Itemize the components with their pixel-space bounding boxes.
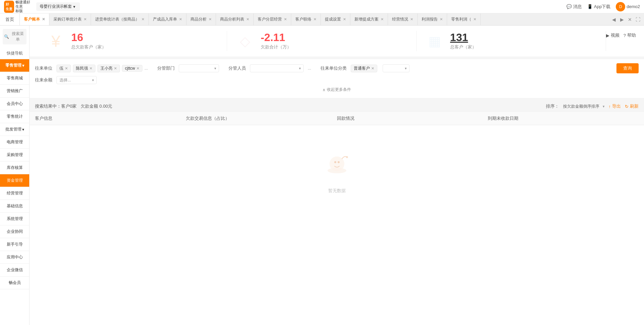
sidebar: 🔍 搜索菜单 快捷导航 零售管理 ▾ 零售商城 营销推广 会员中心 零售统计 批… [0,26,30,325]
close-tab-profit-report[interactable]: ✕ [440,17,443,22]
collapse-button[interactable]: ∧ 收起更多条件 [35,85,639,94]
filter-dept-select[interactable] [179,64,219,72]
search-icon: 🔍 [4,34,9,39]
empty-state: 暂无数据 [30,125,644,221]
col-debt-info: 欠款交易信息（占比） [186,115,337,121]
filter-person-select-wrap [250,64,304,72]
remove-tag-cjttcw[interactable]: ✕ [136,66,139,71]
close-tab-product[interactable]: ✕ [179,17,182,22]
result-text: 搜索结果中：客户0家 [35,103,77,109]
tab-customer-contact[interactable]: 客户联络 ✕ [291,13,321,25]
stats-row: ¥ 16 总欠款客户（家） ◇ -2.11 欠款合计（万） ▦ 131 总客户（… [30,26,644,57]
refresh-button[interactable]: ↻ 刷新 [625,103,639,109]
messages-button[interactable]: 💬 消息 [566,4,582,10]
stat-card-customers: ¥ 16 总欠款客户（家） [38,31,227,51]
remove-tag-normal[interactable]: ✕ [371,66,374,71]
filter-dept-select-wrap [179,64,219,72]
col-customer-info: 客户信息 [35,115,186,121]
col-due-date: 到期未收款日期 [488,115,639,121]
filter-more-btn[interactable]: ... [144,66,148,71]
filter-person-more[interactable]: ... [308,66,311,71]
filter-type-select[interactable] [383,64,410,72]
sidebar-item-wholesale-mgmt[interactable]: 批发管理 ▾ [0,123,29,136]
sidebar-item-basic-info[interactable]: 基础信息 [0,200,29,213]
filter-person-select[interactable] [250,64,304,72]
sidebar-item-retail-mgmt[interactable]: 零售管理 ▾ [0,59,29,72]
filter-label-person: 分管人员 [228,65,246,71]
close-tab-customer-contact[interactable]: ✕ [313,17,316,22]
user-menu[interactable]: D demo2 [616,2,640,11]
bell-icon: 💬 [566,4,572,9]
tab-customer-accounts[interactable]: 客户账本 ✕ [20,13,49,25]
workspace-selector[interactable]: 母婴行业演示帐套 ▾ [36,2,80,11]
stat-label-total: 总客户（家） [450,44,476,50]
result-bar: 搜索结果中：客户0家 欠款金额 0.00元 排序： 按欠款金额倒序排序 ↑ 导出… [30,101,644,112]
help-link[interactable]: ? 帮助 [624,32,636,38]
close-tab-purchase[interactable]: ✕ [84,17,87,22]
play-icon: ▶ [606,33,609,38]
close-tab-operations[interactable]: ✕ [410,17,413,22]
tab-close-all-button[interactable]: ✕ [627,16,633,23]
tab-bar: 首页 客户账本 ✕ 采购订单统计表 ✕ 进货单统计表（按商品） ✕ 产成品入库单… [0,13,644,26]
tab-purchase-order-stats[interactable]: 采购订单统计表 ✕ [49,13,91,25]
sidebar-item-retail-mall[interactable]: 零售商城 [0,72,29,85]
remove-tag-wang[interactable]: ✕ [114,66,117,71]
close-tab-product-analysis-list[interactable]: ✕ [246,17,249,22]
sidebar-item-marketing[interactable]: 营销推广 [0,85,29,98]
stat-label-customers: 总欠款客户（家） [71,44,106,50]
tab-fullscreen-button[interactable]: ⛶ [635,16,641,23]
tab-stock-stats[interactable]: 进货单统计表（按商品） ✕ [91,13,149,25]
tab-next-button[interactable]: ▶ [618,16,625,23]
sort-select[interactable]: 按欠款金额倒序排序 [563,104,605,109]
total-customers-icon: ▦ [425,31,445,51]
sidebar-item-purchase[interactable]: 采购管理 [0,149,29,161]
app-download-button[interactable]: 📱 App下载 [587,4,610,10]
tab-customer-segment[interactable]: 客户分层经营 ✕ [254,13,291,25]
tab-profit-report[interactable]: 利润报告 ✕ [418,13,447,25]
result-amount: 欠款金额 0.00元 [81,103,112,109]
sidebar-item-inventory[interactable]: 库存核算 [0,161,29,174]
video-link[interactable]: ▶ 视频 [606,32,619,38]
sidebar-item-app-center[interactable]: 应用中心 [0,251,29,264]
tab-new-improve[interactable]: 新增提成方案 ✕ [350,13,388,25]
stat-value-amount: -2.11 [261,32,291,43]
tab-product-analysis[interactable]: 商品分析 ✕ [186,13,216,25]
table-container: 客户信息 欠款交易信息（占比） 回款情况 到期未收款日期 [30,112,644,325]
remove-tag-wu[interactable]: ✕ [65,66,68,71]
remove-tag-chen[interactable]: ✕ [89,66,92,71]
tab-product-analysis-list[interactable]: 商品分析列表 ✕ [216,13,254,25]
sidebar-item-ecommerce[interactable]: 电商管理 [0,136,29,149]
sidebar-item-member-center[interactable]: 会员中心 [0,98,29,110]
sidebar-item-enterprise-collab[interactable]: 企业协同 [0,225,29,238]
tab-operations[interactable]: 经营情况 ✕ [388,13,418,25]
top-right-actions: 💬 消息 📱 App下载 D demo2 [566,2,640,11]
tab-improve-settings[interactable]: 提成设置 ✕ [321,13,350,25]
close-tab-retail-profit[interactable]: ✕ [473,17,476,22]
close-tab-product-analysis[interactable]: ✕ [209,17,212,22]
close-tab-customer-segment[interactable]: ✕ [284,17,287,22]
avatar: D [616,2,625,11]
close-tab-improve-settings[interactable]: ✕ [343,17,346,22]
tab-product-stock-in[interactable]: 产成品入库单 ✕ [149,13,186,25]
close-tab-customer-accounts[interactable]: ✕ [42,17,45,22]
sidebar-item-finance[interactable]: 资金管理 [0,174,29,187]
search-menu-button[interactable]: 🔍 搜索菜单 [3,29,27,44]
query-button[interactable]: 查询 [616,63,639,73]
sidebar-item-operation[interactable]: 经营管理 [0,187,29,200]
sidebar-item-retail-stats[interactable]: 零售统计 [0,110,29,123]
sidebar-quick-nav[interactable]: 快捷导航 [0,48,29,59]
stat-label-amount: 欠款合计（万） [261,44,291,50]
close-tab-new-improve[interactable]: ✕ [381,17,384,22]
export-button[interactable]: ↑ 导出 [609,103,621,109]
sidebar-item-enterprise-wechat[interactable]: 企业微信 [0,264,29,277]
tab-retail-profit[interactable]: 零售利润（ ✕ [447,13,481,25]
sidebar-item-sys-mgmt[interactable]: 系统管理 [0,213,29,225]
sidebar-item-new-guide[interactable]: 新手引导 [0,238,29,251]
filter-area: 往来单位 伍 ✕ 陈民强 ✕ 王小亮 ✕ cjttcw [30,59,644,98]
close-tab-stock[interactable]: ✕ [141,17,144,22]
tab-home[interactable]: 首页 [0,13,20,25]
filter-balance-select[interactable]: 选择... [56,76,97,84]
tab-prev-button[interactable]: ◀ [610,16,617,23]
sidebar-item-chang-member[interactable]: 畅会员 [0,277,29,289]
logo-text: 畅捷通好生意 标版 [15,0,34,13]
